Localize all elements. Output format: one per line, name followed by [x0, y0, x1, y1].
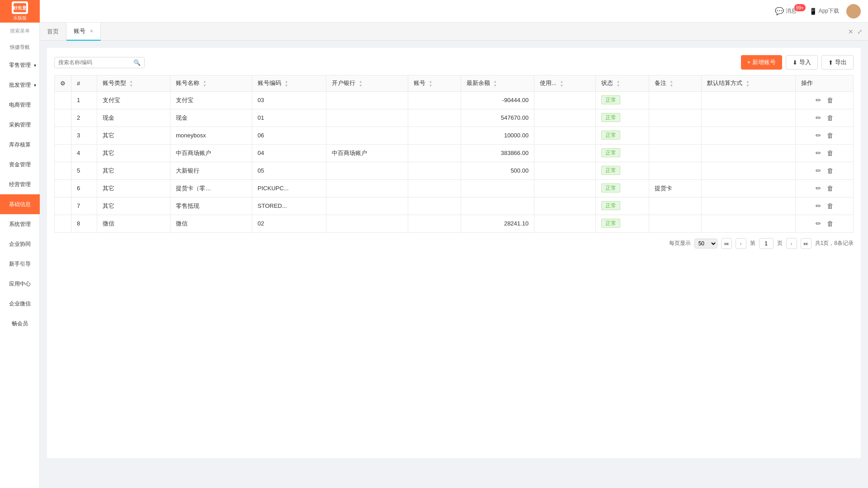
export-button[interactable]: ⬆ 导出: [821, 55, 854, 70]
row-balance: 10000.00: [461, 127, 534, 144]
col-code[interactable]: 账号编码 ▲▼: [252, 75, 326, 92]
col-remark[interactable]: 备注 ▲▼: [649, 75, 702, 92]
status-badge: 正常: [601, 131, 620, 140]
row-account: [408, 109, 461, 127]
row-code: 02: [252, 215, 326, 232]
col-balance[interactable]: 最新余额 ▲▼: [461, 75, 534, 92]
delete-button[interactable]: 🗑: [825, 95, 835, 105]
message-badge: 99+: [794, 4, 806, 11]
col-name[interactable]: 账号名称 ▲▼: [170, 75, 252, 92]
delete-button[interactable]: 🗑: [825, 113, 835, 122]
sidebar-item-corp[interactable]: 企业协同: [0, 234, 40, 254]
row-account: [408, 162, 461, 179]
delete-button[interactable]: 🗑: [825, 201, 835, 211]
tab-account[interactable]: 账号 ×: [66, 23, 101, 41]
edit-button[interactable]: ✏: [814, 201, 823, 211]
logo-subtext: 乐版版: [13, 15, 27, 21]
delete-button[interactable]: 🗑: [825, 219, 835, 228]
row-code: 04: [252, 144, 326, 162]
sidebar-item-label: 快捷导航: [10, 44, 30, 51]
toolbar: 🔍 + 新增账号 ⬇ 导入 ⬆ 导出: [54, 55, 854, 70]
fullscreen-icon[interactable]: ⤢: [857, 28, 863, 35]
sidebar-item-wechat[interactable]: 企业微信: [0, 294, 40, 314]
sidebar-item-guide[interactable]: 新手引导: [0, 254, 40, 274]
row-gear: [55, 91, 71, 109]
sidebar-item-purchase[interactable]: 采购管理: [0, 115, 40, 135]
col-settings[interactable]: ⚙: [55, 75, 71, 92]
message-icon: 💬: [775, 7, 784, 15]
row-actions: ✏ 🗑: [796, 91, 854, 109]
row-status: 正常: [595, 91, 649, 109]
first-page-button[interactable]: ⏮: [721, 238, 732, 249]
col-status[interactable]: 状态 ▲▼: [595, 75, 649, 92]
delete-button[interactable]: 🗑: [825, 131, 835, 140]
avatar[interactable]: [846, 4, 861, 19]
row-settle: [702, 127, 796, 144]
row-status: 正常: [595, 179, 649, 197]
sidebar-item-retail[interactable]: 零售管理 ▾: [0, 55, 40, 75]
message-button[interactable]: 💬 消息 99+: [775, 7, 802, 15]
edit-button[interactable]: ✏: [814, 219, 823, 229]
tab-home[interactable]: 首页: [40, 23, 66, 41]
sidebar-item-quicknav[interactable]: 快捷导航: [0, 39, 40, 55]
close-tab-icon[interactable]: ✕: [848, 28, 854, 35]
page-input[interactable]: [759, 238, 774, 249]
edit-button[interactable]: ✏: [814, 183, 823, 193]
col-account[interactable]: 账号 ▲▼: [408, 75, 461, 92]
page-size-select[interactable]: 50 10 20 100: [694, 239, 717, 249]
sidebar-item-ecommerce[interactable]: 电商管理: [0, 95, 40, 115]
row-remark: [649, 215, 702, 232]
sidebar-item-member[interactable]: 畅会员: [0, 314, 40, 333]
add-account-button[interactable]: + 新增账号: [741, 55, 782, 70]
row-balance: 28241.10: [461, 215, 534, 232]
delete-button[interactable]: 🗑: [825, 166, 835, 175]
content-area: 🔍 + 新增账号 ⬇ 导入 ⬆ 导出: [40, 41, 868, 488]
sidebar-item-operations[interactable]: 经营管理: [0, 174, 40, 194]
col-usage[interactable]: 使用... ▲▼: [534, 75, 596, 92]
sidebar-item-finance[interactable]: 资金管理: [0, 155, 40, 174]
delete-button[interactable]: 🗑: [825, 183, 835, 193]
row-gear: [55, 127, 71, 144]
sidebar-item-wholesale[interactable]: 批发管理 ▾: [0, 75, 40, 95]
row-status: 正常: [595, 197, 649, 215]
sidebar-item-system[interactable]: 系统管理: [0, 214, 40, 234]
pagination: 每页显示 50 10 20 100 ⏮ ‹ 第 页 › ⏭ 共1页，8条记录: [54, 233, 854, 249]
edit-button[interactable]: ✏: [814, 166, 823, 176]
delete-button[interactable]: 🗑: [825, 148, 835, 158]
edit-button[interactable]: ✏: [814, 131, 823, 141]
tab-close-button[interactable]: ×: [90, 28, 93, 34]
col-action: 操作: [796, 75, 854, 92]
row-type: 支付宝: [97, 91, 170, 109]
row-name: 提货卡（零…: [170, 179, 252, 197]
sidebar-item-inventory[interactable]: 库存核算: [0, 135, 40, 155]
col-bank[interactable]: 开户银行 ▲▼: [326, 75, 408, 92]
app-download-button[interactable]: 📱 App下载: [809, 7, 839, 15]
row-type: 现金: [97, 109, 170, 127]
row-account: [408, 215, 461, 232]
sidebar-item-basic[interactable]: 基础信息: [0, 194, 40, 214]
row-gear: [55, 197, 71, 215]
row-gear: [55, 215, 71, 232]
row-no: 4: [71, 144, 97, 162]
col-settle[interactable]: 默认结算方式 ▲▼: [702, 75, 796, 92]
app-download-label: App下载: [819, 7, 839, 15]
last-page-button[interactable]: ⏭: [801, 238, 811, 249]
sidebar-item-search[interactable]: 搜索菜单: [0, 23, 40, 39]
edit-button[interactable]: ✏: [814, 113, 823, 123]
sidebar-item-appcenter[interactable]: 应用中心: [0, 274, 40, 294]
col-type[interactable]: 账号类型 ▲▼: [97, 75, 170, 92]
edit-button[interactable]: ✏: [814, 95, 823, 105]
edit-button[interactable]: ✏: [814, 148, 823, 158]
total-records: 共1页，8条记录: [815, 239, 854, 247]
row-no: 1: [71, 91, 97, 109]
sidebar-item-label: 企业微信: [9, 300, 31, 308]
row-status: 正常: [595, 144, 649, 162]
search-box[interactable]: 🔍: [54, 57, 145, 68]
prev-page-button[interactable]: ‹: [736, 238, 746, 249]
import-button[interactable]: ⬇ 导入: [786, 55, 818, 70]
row-type: 其它: [97, 162, 170, 179]
next-page-button[interactable]: ›: [786, 238, 797, 249]
search-input[interactable]: [58, 59, 133, 66]
sidebar-item-label: 企业协同: [9, 240, 31, 248]
header-actions: 💬 消息 99+ 📱 App下载: [775, 4, 861, 19]
